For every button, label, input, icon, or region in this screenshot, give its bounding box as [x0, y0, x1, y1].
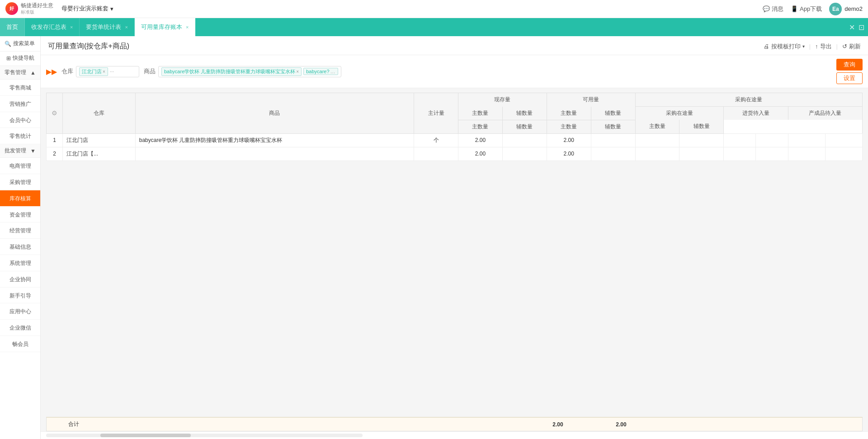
maximize-icon[interactable]: ⊡ [859, 23, 864, 32]
warehouse-filter-group: 仓库 江北门店 × ··· [61, 66, 139, 77]
close-window-icon[interactable]: ✕ [849, 23, 855, 32]
row2-no: 2 [47, 147, 63, 160]
sidebar-item-retail-mgmt[interactable]: 零售管理 ▲ [0, 66, 40, 80]
tab-receive-send[interactable]: 收发存汇总表 × [25, 18, 80, 36]
sidebar-item-operations-mgmt[interactable]: 经营管理 [0, 222, 40, 239]
sidebar-item-purchase-mgmt[interactable]: 采购管理 [0, 174, 40, 190]
page-title: 可用量查询(按仓库+商品) [48, 42, 129, 51]
row2-unit [414, 147, 458, 160]
sidebar-item-enterprise-wechat[interactable]: 企业微信 [0, 320, 40, 336]
column-settings-icon[interactable]: ⚙ [52, 109, 57, 117]
export-button[interactable]: ↑ 导出 [815, 42, 832, 51]
chevron-down-icon: ▾ [802, 44, 805, 49]
th-warehouse: 仓库 [63, 93, 136, 134]
sidebar-item-basic-info[interactable]: 基础信息 [0, 239, 40, 255]
refresh-button[interactable]: ↺ 刷新 [842, 42, 861, 51]
product-filter-group: 商品 babycare学饮杯 儿童防摔防撞吸管杯重力球吸嘴杯宝宝水杯 × bab… [144, 66, 341, 77]
download-icon: 📱 [791, 5, 798, 12]
query-button[interactable]: 查询 [836, 59, 863, 71]
top-bar-left: 好 畅捷通好生意 标准版 母婴行业演示账套 ▾ [5, 2, 117, 15]
sidebar-item-wholesale-mgmt[interactable]: 批发管理 ▼ [0, 144, 40, 158]
tab-order-stats[interactable]: 要货单统计表 × [80, 18, 134, 36]
row1-no: 1 [47, 133, 63, 147]
warehouse-tag-close[interactable]: × [103, 69, 105, 74]
warehouse-filter-input[interactable]: 江北门店 × ··· [76, 66, 139, 77]
sidebar-item-retail-mall[interactable]: 零售商城 [0, 80, 40, 96]
inventory-table: ⚙ 仓库 商品 主计量 现存量 可用量 采购在途量 主数量 辅数量 主数量 辅数… [46, 93, 863, 161]
row2-purchase-aux [679, 147, 724, 160]
refresh-icon: ↺ [842, 43, 847, 50]
message-action[interactable]: 💬 消息 [763, 5, 783, 13]
logo-text: 畅捷通好生意 [21, 2, 53, 9]
row2-purchase-main [635, 147, 679, 160]
tab-available-stock[interactable]: 可用量库存账本 × [135, 18, 195, 36]
warehouse-filter-label: 仓库 [61, 67, 73, 76]
row1-available-main: 2.00 [547, 133, 591, 147]
product-tag2: babycare? … [303, 68, 338, 75]
filter-toggle-icon[interactable]: ▶▶ [46, 67, 57, 76]
horizontal-scrollbar-track[interactable] [46, 434, 363, 437]
row2-incoming-main [724, 147, 756, 160]
th-purchase-transit-group: 采购在途量 [635, 107, 724, 120]
sidebar-item-new-guide[interactable]: 新手引导 [0, 288, 40, 304]
sidebar-item-member-center[interactable]: 会员中心 [0, 112, 40, 128]
th-unit: 主计量 [414, 93, 458, 134]
footer-available-main: 2.00 [605, 421, 637, 428]
th-incoming-group2: 进货待入量 [724, 107, 788, 120]
table-area: ⚙ 仓库 商品 主计量 现存量 可用量 采购在途量 主数量 辅数量 主数量 辅数… [41, 88, 868, 417]
table-row: 1 江北门店 babycare学饮杯 儿童防摔防撞吸管杯重力球吸嘴杯宝宝水杯 个… [47, 133, 863, 147]
product-tag1-close[interactable]: × [296, 69, 299, 74]
horizontal-scrollbar-thumb[interactable] [100, 434, 191, 437]
nav-tabs: 首页 收发存汇总表 × 要货单统计表 × 可用量库存账本 × ✕ ⊡ [0, 18, 868, 36]
row2-available-main: 2.00 [547, 147, 591, 160]
sidebar-item-app-center[interactable]: 应用中心 [0, 303, 40, 320]
settings-button[interactable]: 设置 [836, 72, 863, 84]
sidebar-item-system-mgmt[interactable]: 系统管理 [0, 255, 40, 271]
industry-selector[interactable]: 母婴行业演示账套 ▾ [58, 4, 117, 14]
download-action[interactable]: 📱 App下载 [791, 5, 822, 13]
row1-incoming-main [724, 133, 756, 147]
row1-unit: 个 [414, 133, 458, 147]
user-area[interactable]: Ea demo2 [829, 3, 863, 15]
tab-close-available-stock[interactable]: × [186, 24, 189, 30]
product-filter-input[interactable]: babycare学饮杯 儿童防摔防撞吸管杯重力球吸嘴杯宝宝水杯 × babyca… [158, 66, 341, 77]
table-row: 2 江北门店【... 2.00 2.00 [47, 147, 863, 160]
top-bar-right: 💬 消息 📱 App下载 Ea demo2 [763, 3, 863, 15]
product-filter-label: 商品 [144, 67, 156, 76]
sidebar-item-ecommerce-mgmt[interactable]: 电商管理 [0, 158, 40, 174]
th-current-aux: 辅数量 [502, 107, 547, 120]
sidebar-item-vip-member[interactable]: 畅会员 [0, 336, 40, 352]
warehouse-tag: 江北门店 × [79, 67, 108, 76]
print-button[interactable]: 🖨 按模板打印 ▾ [764, 42, 805, 51]
sidebar-item-finance-mgmt[interactable]: 资金管理 [0, 207, 40, 223]
sidebar-quick-nav[interactable]: ⊞ 快捷导航 [0, 52, 40, 66]
divider1: | [809, 43, 811, 50]
tab-close-order-stats[interactable]: × [125, 24, 127, 30]
filter-bar: ▶▶ 仓库 江北门店 × ··· 商品 babycare学饮杯 儿童防摔防撞吸管… [41, 55, 868, 88]
warehouse-more[interactable]: ··· [110, 69, 114, 74]
tab-home[interactable]: 首页 [0, 18, 25, 36]
row1-current-aux [502, 133, 547, 147]
page-actions: 🖨 按模板打印 ▾ | ↑ 导出 | ↺ 刷新 [764, 42, 861, 51]
th-available-main: 主数量 [547, 107, 591, 120]
th-purchase-aux: 辅数量 [502, 120, 547, 133]
nav-icon: ⊞ [6, 55, 11, 61]
sidebar-item-inventory-check[interactable]: 库存核算 [0, 190, 40, 207]
footer-current-main: 2.00 [542, 421, 574, 428]
row2-production-main [788, 147, 825, 160]
sidebar-search[interactable]: 🔍 搜索菜单 [0, 36, 40, 52]
row1-purchase-aux [679, 133, 724, 147]
tab-close-receive-send[interactable]: × [70, 24, 73, 30]
row2-current-aux [502, 147, 547, 160]
page-header: 可用量查询(按仓库+商品) 🖨 按模板打印 ▾ | ↑ 导出 | ↺ 刷新 [41, 36, 868, 55]
th-current-main: 主数量 [458, 107, 502, 120]
th-production-main: 主数量 [635, 120, 679, 133]
th-production-group: 产成品待入量 [788, 107, 862, 120]
th-product: 商品 [135, 93, 414, 134]
row1-production-aux [825, 133, 862, 147]
table-footer: 合计 2.00 2.00 [46, 417, 863, 431]
sidebar-item-enterprise-collab[interactable]: 企业协同 [0, 271, 40, 288]
sidebar-item-retail-stats[interactable]: 零售统计 [0, 128, 40, 144]
product-tag1: babycare学饮杯 儿童防摔防撞吸管杯重力球吸嘴杯宝宝水杯 × [161, 67, 302, 76]
sidebar-item-marketing[interactable]: 营销推广 [0, 96, 40, 112]
